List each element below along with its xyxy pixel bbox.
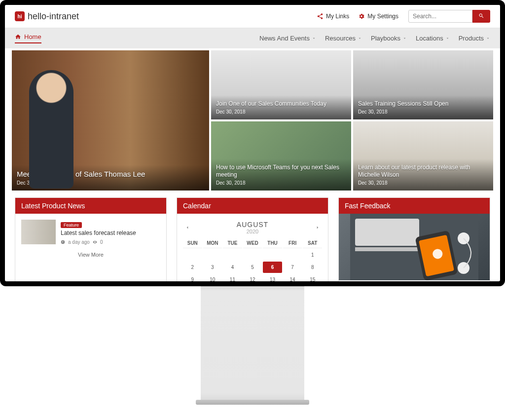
widget-fast-feedback: Fast Feedback: [338, 197, 490, 281]
calendar-day-header: WED: [243, 238, 262, 248]
my-settings-link[interactable]: My Settings: [358, 13, 398, 20]
feedback-image[interactable]: [339, 214, 490, 280]
hero-main-tile[interactable]: Meet our new VP of Sales Thomas Lee Dec …: [12, 50, 209, 191]
calendar-day-header: MON: [203, 238, 222, 248]
monitor-stand: [201, 286, 304, 405]
calendar-grid: SUNMONTUEWEDTHUFRISAT1234567891011121314…: [183, 238, 322, 281]
nav-home-label: Home: [24, 33, 41, 40]
nav-item-label: Locations: [416, 35, 443, 42]
calendar-day-cell[interactable]: 5: [243, 262, 262, 273]
hero-tile-2[interactable]: How to use Microsoft Teams for you next …: [211, 121, 351, 191]
logo-badge-icon: hi: [15, 11, 25, 21]
nav-item-label: Products: [459, 35, 484, 42]
chevron-down-icon: [402, 36, 407, 40]
hero-grid: Meet our new VP of Sales Thomas Lee Dec …: [5, 48, 500, 192]
nav-items: News And EventsResourcesPlaybooksLocatio…: [259, 35, 490, 42]
home-icon: [15, 34, 21, 40]
hero-main-date: Dec 30, 2018: [17, 180, 204, 186]
widget-calendar-header: Calendar: [177, 198, 328, 214]
nav-item-label: Playbooks: [371, 35, 400, 42]
phone-illustration: [339, 214, 490, 280]
gear-icon: [358, 13, 365, 20]
calendar-day-cell[interactable]: 15: [303, 274, 322, 281]
hero-tile-date: Dec 30, 2018: [358, 180, 488, 186]
widget-calendar: Calendar AUGUST 2020: [177, 197, 328, 281]
calendar-empty-cell: [203, 249, 222, 261]
hero-tile-date: Dec 30, 2018: [216, 180, 346, 186]
hero-tile-1[interactable]: Sales Training Sessions Still Open Dec 3…: [353, 50, 493, 119]
hero-tile-3[interactable]: Learn about our latest product release w…: [353, 121, 493, 191]
topbar: hi hello-intranet My Links My Settings: [5, 5, 500, 28]
calendar-day-cell[interactable]: 11: [223, 274, 242, 281]
svg-rect-2: [355, 247, 419, 251]
calendar-day-cell[interactable]: 1: [303, 249, 322, 261]
calendar-next-button[interactable]: [313, 221, 322, 234]
calendar-empty-cell: [243, 249, 262, 261]
calendar-day-cell[interactable]: 14: [283, 274, 302, 281]
news-title: Latest sales forecast release: [61, 229, 136, 237]
calendar-prev-button[interactable]: [183, 221, 192, 234]
calendar-year: 2020: [237, 229, 268, 234]
hero-tile-title: How to use Microsoft Teams for you next …: [216, 164, 346, 178]
calendar-day-cell[interactable]: 2: [183, 262, 202, 273]
my-settings-label: My Settings: [367, 13, 398, 20]
search-input[interactable]: [408, 10, 472, 23]
chevron-down-icon: [358, 36, 362, 40]
eye-icon: [93, 240, 97, 244]
chevron-down-icon: [445, 36, 450, 40]
hero-tile-date: Dec 30, 2018: [216, 109, 346, 115]
nav-home[interactable]: Home: [15, 33, 41, 43]
svg-rect-1: [355, 219, 419, 246]
calendar-empty-cell: [263, 249, 282, 261]
chevron-left-icon: [185, 225, 190, 230]
news-thumbnail: [21, 220, 56, 244]
search-icon: [478, 13, 484, 19]
brand-logo[interactable]: hi hello-intranet: [15, 11, 79, 22]
nav-item-locations[interactable]: Locations: [416, 35, 450, 42]
news-time: a day ago: [68, 239, 90, 245]
search-form: [408, 10, 490, 23]
nav-item-resources[interactable]: Resources: [325, 35, 362, 42]
nav-item-label: Resources: [325, 35, 356, 42]
chevron-down-icon: [312, 36, 316, 40]
calendar-day-cell[interactable]: 13: [263, 274, 282, 281]
nav-item-label: News And Events: [259, 35, 310, 42]
news-item[interactable]: Feature Latest sales forecast release a …: [21, 220, 160, 245]
nav-item-news-and-events[interactable]: News And Events: [259, 35, 316, 42]
calendar-empty-cell: [223, 249, 242, 261]
hero-main-title: Meet our new VP of Sales Thomas Lee: [17, 170, 204, 178]
hero-tile-0[interactable]: Join One of our Sales Communities Today …: [211, 50, 351, 119]
share-icon: [317, 13, 324, 20]
brand-name: hello-intranet: [28, 11, 79, 22]
calendar-empty-cell: [283, 249, 302, 261]
calendar-title: AUGUST 2020: [237, 221, 268, 234]
widgets-row: Latest Product News Feature Latest sales…: [5, 192, 500, 281]
calendar-day-header: SUN: [183, 238, 202, 248]
chevron-down-icon: [486, 36, 490, 40]
nav-item-products[interactable]: Products: [459, 35, 490, 42]
calendar-day-header: FRI: [283, 238, 302, 248]
calendar-day-cell[interactable]: 9: [183, 274, 202, 281]
my-links-link[interactable]: My Links: [317, 13, 349, 20]
calendar-day-cell[interactable]: 10: [203, 274, 222, 281]
news-meta: a day ago 0: [61, 239, 136, 245]
nav-item-playbooks[interactable]: Playbooks: [371, 35, 407, 42]
calendar-empty-cell: [183, 249, 202, 261]
calendar-day-cell[interactable]: 3: [203, 262, 222, 273]
calendar-day-cell[interactable]: 7: [283, 262, 302, 273]
hero-tile-date: Dec 30, 2018: [358, 109, 488, 115]
calendar-day-cell[interactable]: 8: [303, 262, 322, 273]
clock-icon: [61, 240, 65, 244]
chevron-right-icon: [315, 225, 320, 230]
search-button[interactable]: [472, 10, 490, 23]
calendar-day-cell[interactable]: 4: [223, 262, 242, 273]
hero-tile-title: Sales Training Sessions Still Open: [358, 100, 488, 107]
calendar-day-cell[interactable]: 12: [243, 274, 262, 281]
calendar-day-header: TUE: [223, 238, 242, 248]
widget-news-header: Latest Product News: [15, 198, 166, 214]
my-links-label: My Links: [326, 13, 349, 20]
view-more-link[interactable]: View More: [21, 249, 160, 261]
calendar-day-cell[interactable]: 6: [263, 262, 282, 273]
widget-latest-news: Latest Product News Feature Latest sales…: [15, 197, 167, 281]
calendar-day-header: SAT: [303, 238, 322, 248]
